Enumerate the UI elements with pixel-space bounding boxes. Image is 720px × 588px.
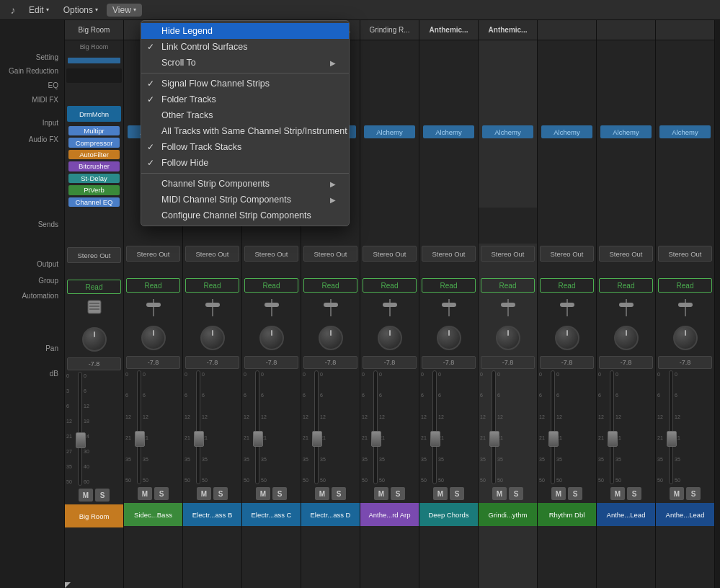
- mute-8[interactable]: M: [492, 487, 507, 500]
- fader-track-4[interactable]: [255, 370, 259, 484]
- solo-9[interactable]: S: [568, 487, 582, 500]
- fader-handle-8[interactable]: [489, 431, 499, 447]
- fader-8[interactable]: 0612213550 0612213550: [479, 370, 537, 484]
- output-7[interactable]: Stereo Out: [422, 246, 476, 262]
- alchemy-6[interactable]: Alchemy: [364, 125, 415, 138]
- pan-7[interactable]: [419, 321, 478, 355]
- solo-10[interactable]: S: [627, 487, 641, 500]
- automation-11[interactable]: Read: [658, 278, 712, 293]
- fader-2[interactable]: 0612213550 0612213550: [124, 370, 182, 484]
- pan-knob-bigroom[interactable]: [82, 327, 107, 352]
- alchemy-8[interactable]: Alchemy: [482, 125, 533, 138]
- mute-3[interactable]: M: [197, 487, 211, 500]
- automation-bigroom[interactable]: Read: [67, 280, 121, 294]
- fader-handle-11[interactable]: [667, 431, 677, 447]
- pan-2[interactable]: [124, 321, 182, 355]
- mute-10[interactable]: M: [610, 487, 625, 500]
- pan-knob-9[interactable]: [555, 326, 579, 350]
- automation-3[interactable]: Read: [185, 278, 239, 293]
- fader-handle-10[interactable]: [608, 431, 618, 447]
- output-5[interactable]: Stereo Out: [303, 246, 357, 262]
- fader-handle-6[interactable]: [371, 431, 381, 447]
- pan-4[interactable]: [242, 321, 301, 355]
- dropdown-folder-tracks[interactable]: ✓ Folder Tracks: [141, 92, 349, 107]
- dropdown-follow-hide[interactable]: ✓ Follow Hide: [141, 155, 349, 171]
- fader-track-bigroom[interactable]: [78, 372, 82, 486]
- fader-handle-9[interactable]: [548, 431, 559, 447]
- pan-knob-2[interactable]: [141, 326, 166, 350]
- pan-5[interactable]: [301, 321, 360, 355]
- automation-7[interactable]: Read: [422, 278, 476, 293]
- fader-handle-bigroom[interactable]: [76, 432, 86, 448]
- mute-5[interactable]: M: [315, 487, 329, 500]
- pan-3[interactable]: [183, 321, 241, 355]
- dropdown-all-tracks[interactable]: All Tracks with Same Channel Strip/Instr…: [141, 123, 349, 139]
- plugin-bitcrusher[interactable]: Bitcrusher: [68, 161, 120, 171]
- fader-5[interactable]: 0612213550 0612213550: [301, 370, 360, 484]
- pan-10[interactable]: [597, 321, 655, 355]
- fader-track-9[interactable]: [551, 370, 555, 484]
- plugin-multipr[interactable]: Multipr: [68, 126, 120, 135]
- solo-7[interactable]: S: [450, 487, 464, 500]
- solo-8[interactable]: S: [509, 487, 523, 500]
- fader-track-11[interactable]: [669, 370, 673, 484]
- output-4[interactable]: Stereo Out: [244, 246, 298, 262]
- automation-10[interactable]: Read: [599, 278, 653, 293]
- pan-11[interactable]: [656, 321, 714, 355]
- dropdown-midi-channel-strip[interactable]: MIDI Channel Strip Components ▶: [141, 192, 349, 208]
- pan-6[interactable]: [360, 321, 419, 355]
- view-menu[interactable]: View ▾: [107, 4, 142, 17]
- output-11[interactable]: Stereo Out: [658, 246, 712, 262]
- automation-5[interactable]: Read: [303, 278, 357, 293]
- pan-knob-10[interactable]: [614, 326, 639, 350]
- pan-knob-6[interactable]: [378, 326, 402, 350]
- pan-knob-3[interactable]: [200, 326, 225, 350]
- automation-9[interactable]: Read: [540, 278, 594, 293]
- dropdown-scroll-to[interactable]: Scroll To ▶: [141, 55, 349, 71]
- pan-bigroom[interactable]: [65, 323, 123, 356]
- output-2[interactable]: Stereo Out: [126, 246, 180, 262]
- mute-2[interactable]: M: [138, 487, 152, 500]
- output-3[interactable]: Stereo Out: [185, 246, 239, 262]
- fader-handle-7[interactable]: [430, 431, 440, 447]
- fader-handle-4[interactable]: [253, 431, 263, 447]
- solo-3[interactable]: S: [213, 487, 228, 500]
- fader-7[interactable]: 0612213550 0612213550: [419, 370, 478, 484]
- fader-track-10[interactable]: [610, 370, 614, 484]
- fader-4[interactable]: 0612213550 0612213550: [242, 370, 301, 484]
- dropdown-other-tracks[interactable]: Other Tracks: [141, 107, 349, 123]
- fader-track-8[interactable]: [492, 370, 496, 484]
- mute-7[interactable]: M: [433, 487, 448, 500]
- mute-9[interactable]: M: [551, 487, 566, 500]
- solo-4[interactable]: S: [272, 487, 287, 500]
- fader-handle-3[interactable]: [194, 431, 204, 447]
- scroll-indicator[interactable]: [65, 582, 71, 588]
- pan-knob-5[interactable]: [319, 326, 343, 350]
- output-10[interactable]: Stereo Out: [599, 246, 653, 262]
- fader-track-6[interactable]: [373, 370, 378, 484]
- output-6[interactable]: Stereo Out: [363, 246, 417, 262]
- dropdown-configure-channel-strip[interactable]: Configure Channel Strip Components: [141, 208, 349, 223]
- dropdown-channel-strip-components[interactable]: Channel Strip Components ▶: [141, 176, 349, 192]
- plugin-autofilter[interactable]: AutoFilter: [68, 150, 120, 159]
- alchemy-10[interactable]: Alchemy: [600, 125, 652, 138]
- mute-6[interactable]: M: [374, 487, 388, 500]
- solo-5[interactable]: S: [332, 487, 346, 500]
- mute-bigroom[interactable]: M: [79, 489, 93, 502]
- dropdown-hide-legend[interactable]: Hide Legend: [141, 23, 349, 39]
- automation-4[interactable]: Read: [244, 278, 298, 293]
- output-bigroom[interactable]: Stereo Out: [67, 247, 121, 263]
- solo-11[interactable]: S: [686, 487, 701, 500]
- output-9[interactable]: Stereo Out: [540, 246, 594, 262]
- automation-8[interactable]: Read: [481, 278, 535, 293]
- solo-2[interactable]: S: [154, 487, 169, 500]
- pan-8[interactable]: [479, 321, 537, 355]
- fader-track-5[interactable]: [314, 370, 319, 484]
- plugin-stdelay[interactable]: St-Delay: [68, 174, 120, 183]
- output-8[interactable]: Stereo Out: [481, 246, 535, 262]
- alchemy-9[interactable]: Alchemy: [541, 125, 592, 138]
- pan-9[interactable]: [538, 321, 596, 355]
- fader-handle-2[interactable]: [135, 431, 145, 447]
- fader-3[interactable]: 0612213550 0612213550: [183, 370, 241, 484]
- dropdown-link-control-surfaces[interactable]: ✓ Link Control Surfaces: [141, 39, 349, 55]
